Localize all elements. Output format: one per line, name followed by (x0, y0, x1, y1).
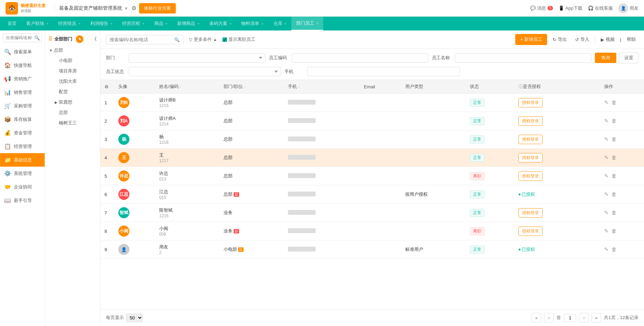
th-name-code[interactable]: 姓名/编码 (155, 80, 219, 94)
dept-item[interactable]: ▶沈阳大库 (45, 76, 100, 87)
dept-item[interactable]: ▶楠树王三 (45, 118, 100, 128)
th-dept-position[interactable]: 部门/职位 (219, 80, 284, 94)
emp-name-filter-input[interactable] (455, 53, 591, 63)
delete-icon[interactable]: 🗑 (611, 173, 617, 179)
show-resigned-checkbox-label[interactable]: 显示离职员工 (223, 36, 255, 43)
help-button[interactable]: 帮助 (624, 35, 638, 44)
sidebar-item-基础信息[interactable]: 📁基础信息 (0, 153, 45, 167)
phone-filter-input[interactable] (307, 67, 460, 76)
nav-tab-首页[interactable]: 首页 (3, 17, 21, 30)
nav-tab-客户联络[interactable]: 客户联络 × (21, 17, 53, 30)
dept-item[interactable]: ▶双鹿想 (45, 97, 100, 107)
th-phone[interactable]: 手机 (284, 80, 360, 94)
add-employee-button[interactable]: + 新增员工 (515, 34, 547, 45)
sidebar-item-系统管理[interactable]: ⚙️系统管理 (0, 167, 45, 180)
edit-icon[interactable]: ✎ (604, 99, 609, 106)
tab-close-icon[interactable]: × (229, 21, 232, 26)
sidebar-item-企业协同[interactable]: 🤝企业协同 (0, 180, 45, 194)
edit-icon[interactable]: ✎ (604, 136, 609, 142)
more-filters-button[interactable]: ▽ 更多条件 ▲ (186, 35, 220, 44)
view-button[interactable]: ▶ 视频 (598, 35, 617, 44)
edit-icon[interactable]: ✎ (604, 228, 609, 234)
auth-login-button[interactable]: 授权登录 (518, 227, 543, 236)
sidebar-item-搜索菜单[interactable]: 🔍搜索菜单 (0, 45, 45, 59)
last-page-button[interactable]: » (591, 313, 601, 323)
online-service-button[interactable]: 🎧 在线客服 (588, 5, 613, 11)
emp-code-filter-input[interactable] (292, 53, 428, 63)
delete-icon[interactable]: 🗑 (611, 99, 617, 106)
dept-item[interactable]: ▶配货 (45, 87, 100, 97)
dept-edit-icon[interactable]: ✎ (76, 35, 83, 43)
nav-tab-经营历程[interactable]: 经营历程 × (117, 17, 149, 30)
edit-icon[interactable]: ✎ (604, 210, 609, 216)
page-number-input[interactable] (564, 314, 576, 322)
search-submit-icon[interactable]: 🔍 (174, 37, 180, 42)
delete-icon[interactable]: 🗑 (611, 136, 617, 142)
delete-icon[interactable]: 🗑 (611, 210, 617, 216)
show-resigned-checkbox[interactable] (223, 37, 227, 42)
tab-close-icon[interactable]: × (46, 21, 48, 26)
tab-close-icon[interactable]: × (261, 21, 263, 26)
sidebar-item-营销推广[interactable]: 📢营销推广 (0, 72, 45, 86)
emp-status-filter-select[interactable] (129, 67, 281, 76)
dept-item[interactable]: ▶项目库房 (45, 66, 100, 76)
sidebar-item-库存核算[interactable]: 📦库存核算 (0, 113, 45, 126)
query-button[interactable]: 查询 (595, 53, 616, 63)
sidebar-item-经营管理[interactable]: 📋经营管理 (0, 140, 45, 153)
trial-button[interactable]: 体验行业方案 (139, 3, 176, 14)
delete-icon[interactable]: 🗑 (611, 155, 617, 161)
auth-login-button[interactable]: 授权登录 (518, 98, 543, 107)
edit-icon[interactable]: ✎ (604, 173, 609, 179)
auth-login-button[interactable]: 授权登录 (518, 153, 543, 162)
sidebar-item-采购管理[interactable]: 🛒采购管理 (0, 99, 45, 113)
tab-close-icon[interactable]: × (197, 21, 199, 26)
tab-close-icon[interactable]: × (284, 21, 287, 26)
dept-item[interactable]: ▶总部 (45, 107, 100, 118)
message-button[interactable]: 💬 消息 5 (530, 5, 553, 11)
auth-login-button[interactable]: 授权登录 (518, 171, 543, 181)
next-page-button[interactable]: › (579, 313, 589, 323)
set-button[interactable]: 设置 (619, 52, 638, 63)
nav-tab-物料清单[interactable]: 物料清单 × (236, 17, 268, 30)
nav-tab-商品[interactable]: 商品 × (149, 17, 172, 30)
sidebar-item-销售管理[interactable]: 📊销售管理 (0, 86, 45, 99)
edit-icon[interactable]: ✎ (604, 191, 609, 197)
sidebar-item-资金管理[interactable]: 💰资金管理 (0, 126, 45, 140)
edit-icon[interactable]: ✎ (604, 246, 609, 253)
th-settings[interactable]: ⚙ (100, 80, 114, 94)
nav-tab-仓库[interactable]: 仓库 × (269, 17, 291, 30)
dept-collapse-icon[interactable]: 《 (92, 36, 97, 42)
nav-tab-利润报告[interactable]: 利润报告 × (85, 17, 117, 30)
auth-login-button[interactable]: 授权登录 (518, 135, 543, 144)
nav-tab-条码方案[interactable]: 条码方案 × (205, 17, 236, 30)
auth-login-button[interactable]: 授权登录 (518, 208, 543, 218)
sidebar-item-快捷导航[interactable]: 🏠快捷导航 (0, 59, 45, 72)
edit-icon[interactable]: ✎ (604, 155, 609, 161)
nav-tab-新增商品[interactable]: 新增商品 × (172, 17, 204, 30)
app-download-button[interactable]: 📱 App下载 (559, 5, 582, 11)
auth-login-button[interactable]: 授权登录 (518, 116, 543, 126)
user-area[interactable]: 👤 用友 (618, 3, 638, 13)
nav-tab-部门员工[interactable]: 部门员工 × (291, 17, 323, 30)
prev-page-button[interactable]: ‹ (544, 313, 554, 323)
edit-icon[interactable]: ✎ (604, 118, 609, 124)
settings-icon[interactable]: ⚙ (105, 84, 109, 89)
nav-tab-经营情况[interactable]: 经营情况 × (53, 17, 85, 30)
tab-close-icon[interactable]: × (316, 21, 318, 25)
export-button[interactable]: ↻ 导出 (550, 35, 570, 44)
delete-icon[interactable]: 🗑 (611, 228, 617, 234)
dept-filter-select[interactable] (129, 53, 265, 63)
delete-icon[interactable]: 🗑 (611, 246, 617, 253)
first-page-button[interactable]: « (532, 313, 541, 323)
tab-close-icon[interactable]: × (110, 21, 112, 26)
tab-close-icon[interactable]: × (165, 21, 167, 26)
tab-close-icon[interactable]: × (142, 21, 144, 26)
dept-item[interactable]: ▼总部 (45, 45, 100, 55)
gear-icon[interactable]: ⚙ (131, 5, 136, 11)
sidebar-item-新手引导[interactable]: 📖新手引导 (0, 194, 45, 207)
tab-close-icon[interactable]: × (78, 21, 80, 26)
search-input[interactable] (110, 37, 172, 42)
dept-item[interactable]: ▶小电部 (45, 55, 100, 66)
delete-icon[interactable]: 🗑 (611, 118, 617, 124)
import-button[interactable]: ↺ 导入 (572, 35, 592, 44)
